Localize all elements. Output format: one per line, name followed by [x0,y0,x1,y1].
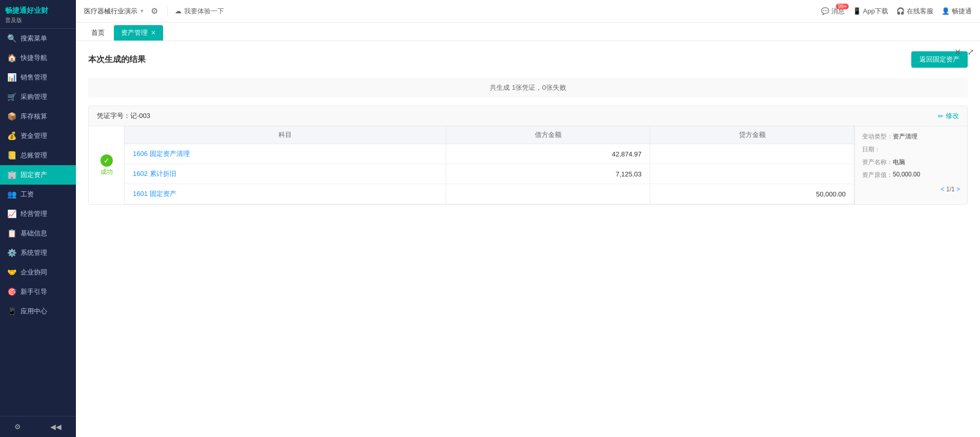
app-center-icon: 📱 [7,307,16,316]
sidebar-item-corp[interactable]: 🤝企业协同 [0,263,76,282]
sidebar-logo: 畅捷通好业财 普及版 [0,0,76,29]
asset-name-row: 资产名称： 电脑 [862,158,960,167]
sidebar-item-purchase[interactable]: 🛒采购管理 [0,87,76,107]
message-badge: 99+ [836,4,849,9]
debit-cell [446,184,650,204]
tab-home-label: 首页 [91,29,105,36]
sidebar-item-sales[interactable]: 📊销售管理 [0,68,76,87]
debit-cell: 7,125.03 [446,164,650,184]
change-type-value: 资产清理 [893,132,917,141]
sidebar-label-ledger: 总账管理 [21,151,47,160]
messages-item[interactable]: 💬 消息 99+ [821,7,845,16]
message-icon: 💬 [821,7,829,15]
panel-close-button[interactable]: ✕ [953,46,962,58]
subject-cell: 1601 固定资产 [125,184,446,204]
online-service-item[interactable]: 🎧 在线客服 [896,7,933,16]
sidebar-item-quick-nav[interactable]: 🏠快捷导航 [0,48,76,68]
credit-cell [650,164,854,184]
topbar: 医疗器械行业演示 ▾ ⚙ ☁ 我要体验一下 💬 消息 99+ 📱 App下载 🎧… [76,0,980,23]
main-area: 医疗器械行业演示 ▾ ⚙ ☁ 我要体验一下 💬 消息 99+ 📱 App下载 🎧… [76,0,980,437]
edit-icon: ✏ [938,112,944,120]
sidebar-label-app-center: 应用中心 [21,307,47,316]
pagination-next[interactable]: > [956,186,960,193]
app-download-label: App下载 [863,7,888,16]
sidebar-label-fixed-assets: 固定资产 [21,170,47,180]
logo-subtitle: 普及版 [5,16,71,24]
panel-actions: ✕ ⤢ [953,46,975,58]
search-menu-icon: 🔍 [7,34,16,43]
asset-name-label: 资产名称： [862,158,893,167]
sidebar-label-operations: 经营管理 [21,209,47,218]
result-panel: ✕ ⤢ 本次生成的结果 返回固定资产 共生成 1张凭证，0张失败 凭证字号：记-… [76,41,980,437]
pagination: < 1/1 > [862,186,960,193]
collapse-icon[interactable]: ◀◀ [46,421,66,433]
corp-icon: 🤝 [7,268,16,277]
sidebar-item-system[interactable]: ⚙️系统管理 [0,243,76,263]
system-icon: ⚙️ [7,248,16,257]
sidebar-label-salary: 工资 [21,190,34,199]
online-service-label: 在线客服 [907,7,933,16]
tab-asset-management[interactable]: 资产管理 ✕ [114,25,163,41]
settings-icon[interactable]: ⚙ [10,421,25,433]
summary-text: 共生成 1张凭证，0张失败 [490,84,566,91]
tabs-bar: 首页 资产管理 ✕ [76,23,980,41]
app-download-item[interactable]: 📱 App下载 [853,7,888,16]
voucher-content: ✓ 成功 科目 借方金额 贷方金额 [89,126,967,204]
date-row: 日期： [862,145,960,154]
voucher-number: 凭证字号：记-003 [97,111,150,121]
sidebar: 畅捷通好业财 普及版 🔍搜索菜单🏠快捷导航📊销售管理🛒采购管理📦库存核算💰资金管… [0,0,76,437]
sales-icon: 📊 [7,73,16,82]
voucher-table: 科目 借方金额 贷方金额 1606 固定资产清理 42,874.97 1602 … [125,126,854,204]
experience-label: 我要体验一下 [184,7,224,16]
gear-icon[interactable]: ⚙ [149,4,160,18]
sidebar-label-sales: 销售管理 [21,73,47,82]
col-credit: 贷方金额 [650,126,854,144]
tab-close-icon[interactable]: ✕ [151,29,156,36]
date-label: 日期： [862,145,893,154]
basic-info-icon: 📋 [7,229,16,238]
sidebar-item-inventory[interactable]: 📦库存核算 [0,107,76,126]
subject-cell: 1602 累计折旧 [125,164,446,184]
sidebar-item-basic-info[interactable]: 📋基础信息 [0,224,76,243]
original-value-value: 50,000.00 [893,171,920,180]
experience-button[interactable]: ☁ 我要体验一下 [175,7,224,16]
tab-home[interactable]: 首页 [84,25,112,41]
table-row: 1606 固定资产清理 42,874.97 [125,144,854,164]
sidebar-item-fixed-assets[interactable]: 🏢固定资产 [0,165,76,185]
col-debit: 借方金额 [446,126,650,144]
logo-title: 畅捷通好业财 [5,6,71,15]
funds-icon: 💰 [7,131,16,141]
sidebar-item-guide[interactable]: 🎯新手引导 [0,282,76,302]
sidebar-item-app-center[interactable]: 📱应用中心 [0,302,76,321]
sidebar-bottom: ⚙ ◀◀ [0,416,76,437]
sidebar-item-operations[interactable]: 📈经营管理 [0,204,76,224]
user-icon: 👤 [942,7,950,15]
side-info-panel: 变动类型： 资产清理 日期： 资产名称： 电脑 资产原值： [854,126,967,204]
sidebar-item-ledger[interactable]: 📒总账管理 [0,146,76,165]
sidebar-item-search-menu[interactable]: 🔍搜索菜单 [0,29,76,48]
company-selector[interactable]: 医疗器械行业演示 ▾ [84,7,144,16]
sidebar-label-basic-info: 基础信息 [21,229,47,238]
edit-button[interactable]: ✏ 修改 [938,111,959,121]
sidebar-nav: 🔍搜索菜单🏠快捷导航📊销售管理🛒采购管理📦库存核算💰资金管理📒总账管理🏢固定资产… [0,29,76,416]
chevron-down-icon: ▾ [141,8,144,14]
sidebar-item-funds[interactable]: 💰资金管理 [0,126,76,146]
success-label: 成功 [101,168,113,176]
voucher-card: 凭证字号：记-003 ✏ 修改 ✓ 成功 [88,106,968,205]
edit-label: 修改 [946,111,959,121]
sidebar-item-salary[interactable]: 👥工资 [0,185,76,204]
page-area: ✕ ⤢ 本次生成的结果 返回固定资产 共生成 1张凭证，0张失败 凭证字号：记-… [76,41,980,437]
credit-cell [650,144,854,164]
purchase-icon: 🛒 [7,92,16,102]
ledger-icon: 📒 [7,151,16,160]
col-subject: 科目 [125,126,446,144]
salary-icon: 👥 [7,190,16,199]
user-item[interactable]: 👤 畅捷通 [942,7,972,16]
table-row: 1601 固定资产 50,000.00 [125,184,854,204]
sidebar-label-search-menu: 搜索菜单 [21,34,47,43]
sidebar-label-funds: 资金管理 [21,131,47,141]
panel-expand-button[interactable]: ⤢ [966,46,975,58]
pagination-prev[interactable]: < [941,186,945,193]
sidebar-label-guide: 新手引导 [21,287,47,296]
summary-bar: 共生成 1张凭证，0张失败 [88,78,968,97]
